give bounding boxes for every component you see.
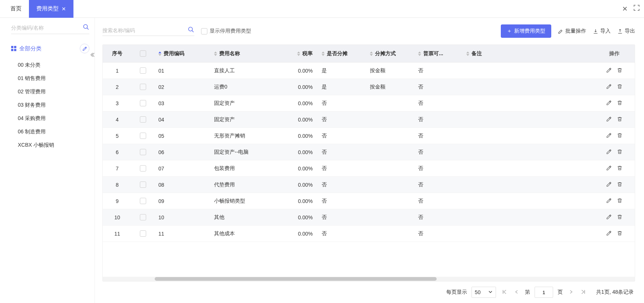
add-button-label: 新增费用类型 <box>514 28 545 34</box>
cell-checkbox[interactable] <box>132 116 154 123</box>
col-note[interactable]: 备注 <box>462 50 484 57</box>
sidebar-item[interactable]: 00 未分类 <box>11 59 89 72</box>
sort-icon <box>158 51 161 56</box>
export-button[interactable]: 导出 <box>617 28 635 34</box>
fullscreen-icon[interactable] <box>634 5 640 13</box>
edit-icon[interactable] <box>606 198 612 204</box>
cell-ticket: 否 <box>414 100 462 107</box>
col-checkbox[interactable] <box>132 50 154 57</box>
col-name[interactable]: 费用名称 <box>210 50 280 57</box>
cell-seq: 8 <box>103 182 132 188</box>
delete-icon[interactable] <box>617 116 622 123</box>
col-rate[interactable]: 税率 <box>280 50 317 57</box>
edit-icon[interactable] <box>606 67 612 74</box>
table-row: 606固定资产--电脑0.00%否否 <box>103 144 635 160</box>
cell-share: 否 <box>317 182 365 188</box>
collapse-icon[interactable] <box>89 52 95 59</box>
sidebar-item[interactable]: 01 销售费用 <box>11 72 89 85</box>
cell-checkbox[interactable] <box>132 230 154 237</box>
col-seq[interactable]: 序号 <box>103 50 132 57</box>
import-button[interactable]: 导入 <box>593 28 611 34</box>
search-icon[interactable] <box>188 26 194 34</box>
sort-icon <box>214 51 217 56</box>
sidebar-item[interactable]: XCBX 小畅报销 <box>11 139 89 152</box>
col-share[interactable]: 是否分摊 <box>317 50 365 57</box>
tab-home[interactable]: 首页 <box>3 0 29 18</box>
delete-icon[interactable] <box>617 133 622 139</box>
col-method[interactable]: 分摊方式 <box>365 50 414 57</box>
cell-checkbox[interactable] <box>132 84 154 90</box>
data-table: 序号 费用编码 费用名称 税率 是否分摊 分摊方式 普票可... 备注 操作 1… <box>102 44 635 282</box>
cell-name: 运费0 <box>210 84 280 90</box>
page-number-input[interactable] <box>535 287 553 298</box>
edit-icon[interactable] <box>606 182 612 188</box>
scrollbar-thumb[interactable] <box>155 277 437 281</box>
tab-expense-type[interactable]: 费用类型 ✕ <box>29 0 73 18</box>
cell-checkbox[interactable] <box>132 67 154 74</box>
delete-icon[interactable] <box>617 198 622 204</box>
content-search-input[interactable] <box>102 27 188 33</box>
cell-code: 06 <box>154 149 210 155</box>
cell-share: 否 <box>317 165 365 172</box>
edit-icon[interactable] <box>606 230 612 237</box>
edit-icon[interactable] <box>606 214 612 221</box>
table-row: 303固定资产0.00%否否 <box>103 95 635 111</box>
horizontal-scrollbar[interactable] <box>103 277 635 281</box>
delete-icon[interactable] <box>617 230 622 237</box>
cell-ops <box>594 165 635 172</box>
sidebar-item[interactable]: 02 管理费用 <box>11 85 89 99</box>
table-row: 707包装费用0.00%否否 <box>103 160 635 177</box>
prev-page-button[interactable] <box>513 289 520 295</box>
edit-icon[interactable] <box>606 165 612 172</box>
col-code[interactable]: 费用编码 <box>154 50 210 57</box>
cell-code: 02 <box>154 84 210 90</box>
delete-icon[interactable] <box>617 84 622 90</box>
delete-icon[interactable] <box>617 214 622 221</box>
col-ticket[interactable]: 普票可... <box>414 50 462 57</box>
next-page-button[interactable] <box>567 289 575 295</box>
edit-icon[interactable] <box>606 100 612 107</box>
first-page-button[interactable] <box>500 289 509 296</box>
edit-icon[interactable] <box>606 116 612 123</box>
cell-checkbox[interactable] <box>132 214 154 220</box>
cell-ops <box>594 84 635 90</box>
delete-icon[interactable] <box>617 100 622 107</box>
delete-icon[interactable] <box>617 149 622 156</box>
cell-checkbox[interactable] <box>132 198 154 204</box>
batch-button[interactable]: 批量操作 <box>558 28 586 34</box>
cell-checkbox[interactable] <box>132 133 154 139</box>
cell-checkbox[interactable] <box>132 165 154 172</box>
cell-ticket: 否 <box>414 133 462 139</box>
cell-share: 是 <box>317 84 365 90</box>
cell-rate: 0.00% <box>280 214 317 220</box>
delete-icon[interactable] <box>617 182 622 188</box>
cell-checkbox[interactable] <box>132 100 154 106</box>
show-disabled-checkbox[interactable]: 显示停用费用类型 <box>201 28 251 34</box>
edit-icon[interactable] <box>606 133 612 139</box>
close-icon[interactable]: ✕ <box>62 6 66 12</box>
table-row: 808代垫费用0.00%否否 <box>103 177 635 193</box>
edit-icon[interactable] <box>606 84 612 90</box>
edit-icon[interactable] <box>606 149 612 156</box>
last-page-button[interactable] <box>579 289 587 296</box>
sidebar-item[interactable]: 06 制造费用 <box>11 125 89 139</box>
cell-seq: 7 <box>103 166 132 172</box>
sidebar-item[interactable]: 04 采购费用 <box>11 112 89 125</box>
delete-icon[interactable] <box>617 67 622 74</box>
export-label: 导出 <box>625 28 635 34</box>
sidebar-item[interactable]: 03 财务费用 <box>11 99 89 112</box>
sidebar-search-input[interactable] <box>11 25 83 31</box>
cell-checkbox[interactable] <box>132 182 154 188</box>
edit-icon[interactable] <box>80 44 89 53</box>
tree-root[interactable]: 全部分类 <box>11 42 89 59</box>
cell-rate: 0.00% <box>280 149 317 155</box>
per-page-select[interactable]: 50 <box>472 287 496 298</box>
search-icon[interactable] <box>83 24 89 31</box>
cell-share: 否 <box>317 198 365 204</box>
delete-icon[interactable] <box>617 165 622 172</box>
add-button[interactable]: ＋ 新增费用类型 <box>501 24 551 38</box>
cell-checkbox[interactable] <box>132 149 154 155</box>
cell-share: 否 <box>317 230 365 237</box>
close-icon[interactable]: ✕ <box>622 5 628 13</box>
svg-rect-4 <box>14 49 16 51</box>
